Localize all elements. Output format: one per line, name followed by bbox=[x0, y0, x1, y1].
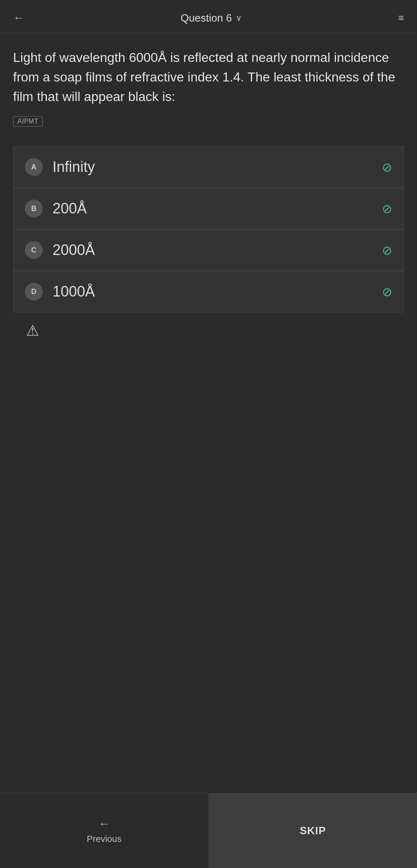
header-title-area[interactable]: Question 6 ∨ bbox=[181, 12, 242, 24]
warning-area: ⚠ bbox=[13, 312, 404, 349]
header: ← Question 6 ∨ ≡ bbox=[0, 0, 417, 33]
option-d-status-icon: ⊘ bbox=[382, 285, 392, 299]
option-a-left: A Infinity bbox=[25, 158, 95, 176]
skip-label: SKIP bbox=[300, 824, 326, 837]
header-back-button[interactable]: ← bbox=[13, 11, 24, 24]
previous-arrow-icon: ← bbox=[99, 817, 110, 831]
question-text: Light of wavelength 6000Å is reflected a… bbox=[13, 48, 404, 106]
option-c-left: C 2000Å bbox=[25, 241, 95, 259]
previous-label: Previous bbox=[87, 834, 122, 844]
option-b-letter: B bbox=[25, 200, 43, 218]
chevron-down-icon: ∨ bbox=[236, 13, 242, 23]
option-b-status-icon: ⊘ bbox=[382, 202, 392, 216]
option-d[interactable]: D 1000Å ⊘ bbox=[13, 271, 404, 312]
option-a-letter: A bbox=[25, 158, 43, 176]
warning-icon: ⚠ bbox=[26, 322, 39, 339]
header-title: Question 6 bbox=[181, 12, 232, 24]
option-a-text: Infinity bbox=[53, 158, 95, 176]
option-c-text: 2000Å bbox=[53, 242, 95, 259]
option-c-letter: C bbox=[25, 241, 43, 259]
option-c-status-icon: ⊘ bbox=[382, 243, 392, 257]
question-body: Light of wavelength 6000Å is reflected a… bbox=[0, 33, 417, 575]
option-a[interactable]: A Infinity ⊘ bbox=[13, 146, 404, 188]
option-b-text: 200Å bbox=[53, 200, 87, 217]
option-d-left: D 1000Å bbox=[25, 283, 95, 301]
spacer bbox=[0, 575, 417, 793]
menu-icon[interactable]: ≡ bbox=[398, 12, 404, 24]
option-b-left: B 200Å bbox=[25, 200, 87, 218]
option-a-status-icon: ⊘ bbox=[382, 160, 392, 174]
option-c[interactable]: C 2000Å ⊘ bbox=[13, 229, 404, 271]
question-source-badge: AIPMT bbox=[13, 116, 43, 127]
skip-button[interactable]: SKIP bbox=[209, 793, 417, 868]
options-list: A Infinity ⊘ B 200Å ⊘ C 2000Å ⊘ D 1000Å bbox=[13, 146, 404, 312]
bottom-navigation: ← Previous SKIP bbox=[0, 793, 417, 868]
option-b[interactable]: B 200Å ⊘ bbox=[13, 188, 404, 229]
option-d-letter: D bbox=[25, 283, 43, 301]
option-d-text: 1000Å bbox=[53, 283, 95, 300]
previous-button[interactable]: ← Previous bbox=[0, 793, 209, 868]
